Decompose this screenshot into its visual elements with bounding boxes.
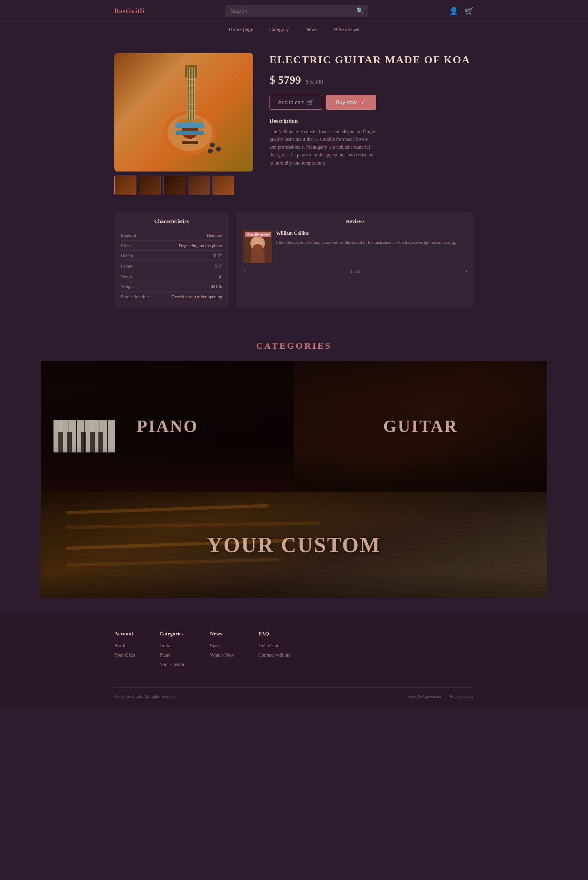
footer-account-title: Account [114, 630, 135, 637]
price-old: $ 5,900 [306, 79, 323, 85]
footer-columns: Account Profile Your Gifts Categories Gu… [114, 630, 474, 671]
cart-btn-label: Add to cart [278, 99, 304, 105]
reviewer-name: William Collins [276, 230, 467, 236]
search-icon: 🔍 [356, 7, 363, 14]
footer-help-center-link[interactable]: Help Center [258, 643, 290, 649]
footer-news-title: News [210, 630, 234, 637]
footer-piano-link[interactable]: Piano [159, 652, 185, 658]
char-production: Production time 7 weeks from order openi… [121, 292, 222, 301]
footer-news-col: News Stars What's New [210, 630, 234, 671]
add-to-cart-button[interactable]: Add to cart 🛒 [270, 95, 322, 110]
categories-grid-top: PIANO GUITAR [41, 361, 547, 492]
char-length-label: Length [121, 263, 134, 268]
svg-rect-17 [182, 141, 198, 144]
footer-custom-link[interactable]: Your Custom [159, 662, 185, 668]
footer: Account Profile Your Gifts Categories Gu… [0, 614, 588, 707]
footer-profile-link[interactable]: Profile [114, 643, 135, 649]
footer-stars-link[interactable]: Stars [210, 643, 234, 649]
reviews-title: Reviews [243, 218, 467, 225]
svg-point-21 [216, 147, 221, 151]
svg-rect-25 [251, 250, 265, 263]
characteristics-title: Characteristics [121, 218, 222, 225]
category-guitar-label: GUITAR [383, 417, 458, 436]
category-guitar[interactable]: GUITAR [294, 361, 547, 492]
footer-connect-link[interactable]: Connect with us [258, 652, 290, 658]
privacy-link[interactable]: Privacy Policy [450, 694, 474, 699]
review-counter: 1 of 5 [245, 269, 466, 274]
footer-account-col: Account Profile Your Gifts [114, 630, 135, 671]
footer-faq-col: FAQ Help Center Connect with us [258, 630, 290, 671]
thumbnail-3[interactable] [163, 176, 185, 195]
category-piano[interactable]: PIANO [41, 361, 294, 492]
footer-gifts-link[interactable]: Your Gifts [114, 652, 135, 658]
char-material-label: Material [121, 233, 136, 238]
buy-now-button[interactable]: Buy now 🎸 [326, 95, 376, 110]
svg-rect-19 [176, 131, 204, 135]
char-color-label: Color [121, 243, 131, 248]
nav-category[interactable]: Category [270, 26, 289, 33]
review-avatar: Over 20+ orders [243, 230, 272, 263]
review-nav: ‹ 1 of 5 › [243, 268, 467, 274]
svg-point-22 [208, 149, 213, 154]
buy-btn-label: Buy now [336, 99, 356, 105]
user-icon[interactable]: 👤 [449, 7, 458, 16]
price-row: $ 5799 $ 5,900 [270, 74, 474, 87]
description-title: Description [270, 118, 474, 125]
char-height: Height 3'10" [121, 251, 222, 261]
char-width: Width 2' [121, 271, 222, 281]
header: BasGuitli 🔍 👤 🛒 [0, 0, 588, 22]
char-color-value: Depending on the photo [179, 243, 222, 248]
reviews-panel: Reviews Over 20+ orders William Collins … [237, 212, 474, 308]
footer-categories-title: Categories [159, 630, 185, 637]
review-text: I like the material of piano, as well as… [276, 239, 467, 246]
review-next-button[interactable]: › [465, 268, 467, 274]
category-custom-label: YOUR CUSTOM [207, 533, 381, 557]
footer-legal-links: Terms & Agreements Privacy Policy [407, 694, 474, 699]
svg-point-20 [210, 143, 215, 147]
cart-icon[interactable]: 🛒 [465, 7, 474, 16]
nav-home[interactable]: Home page [229, 26, 253, 33]
search-bar[interactable]: 🔍 [225, 5, 368, 17]
product-title: ELECTRIC GUITAR MADE OF KOA [270, 53, 474, 67]
price-current: $ 5799 [270, 74, 301, 87]
product-section: ELECTRIC GUITAR MADE OF KOA $ 5799 $ 5,9… [0, 37, 588, 212]
category-piano-label: PIANO [137, 417, 198, 436]
char-weight-value: 681 lb [211, 284, 222, 289]
description-text: The Mahogany Acoustic Piano is an elegan… [270, 128, 376, 167]
char-height-label: Height [121, 253, 133, 258]
char-length-value: 5'1" [215, 263, 222, 268]
thumbnail-row [114, 176, 253, 195]
char-width-value: 2' [219, 274, 222, 278]
thumbnail-4[interactable] [188, 176, 210, 195]
logo[interactable]: BasGuitli [114, 7, 145, 15]
footer-faq-title: FAQ [258, 630, 290, 637]
main-product-image [114, 53, 253, 172]
thumbnail-1[interactable] [114, 176, 136, 195]
char-color: Color Depending on the photo [121, 241, 222, 251]
footer-whats-new-link[interactable]: What's New [210, 652, 234, 658]
categories-title: CATEGORIES [41, 341, 547, 351]
thumbnail-5[interactable] [212, 176, 234, 195]
category-custom[interactable]: YOUR CUSTOM [41, 492, 547, 598]
char-length: Length 5'1" [121, 261, 222, 271]
terms-link[interactable]: Terms & Agreements [407, 694, 441, 699]
review-content: William Collins I like the material of p… [276, 230, 467, 246]
char-review-row: Characteristics Material Red tree Color … [0, 212, 588, 324]
svg-rect-18 [176, 123, 204, 128]
nav-news[interactable]: News [305, 26, 317, 33]
footer-guitar-link[interactable]: Guitar [159, 643, 185, 649]
search-input[interactable] [230, 8, 354, 14]
char-weight-label: Weight [121, 284, 134, 289]
svg-point-27 [253, 244, 263, 251]
product-images [114, 53, 253, 195]
thumbnail-2[interactable] [139, 176, 161, 195]
char-material: Material Red tree [121, 230, 222, 241]
nav-who-are-we[interactable]: Who are we [334, 26, 359, 33]
product-info: ELECTRIC GUITAR MADE OF KOA $ 5799 $ 5,9… [270, 53, 474, 167]
char-weight: Weight 681 lb [121, 281, 222, 292]
copyright: ©2023 BasGuitli. All rights reserved. [114, 694, 176, 699]
footer-bottom: ©2023 BasGuitli. All rights reserved. Te… [114, 687, 474, 699]
review-card: Over 20+ orders William Collins I like t… [243, 230, 467, 263]
characteristics-panel: Characteristics Material Red tree Color … [114, 212, 229, 308]
char-width-label: Width [121, 274, 132, 278]
